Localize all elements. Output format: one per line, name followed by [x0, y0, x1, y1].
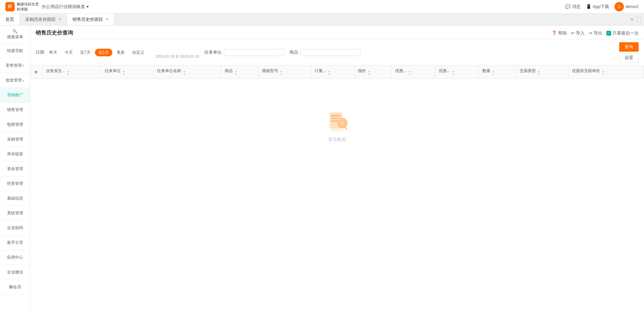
th-unit-code[interactable]: 往来单位 ▲▼ [101, 65, 153, 79]
th-biz-date[interactable]: 业务发生... ▲▼ [42, 65, 101, 79]
tab-purchase-history[interactable]: 采购历史价跟踪 ✕ [20, 13, 67, 25]
tab-close-sales[interactable]: ✕ [106, 17, 109, 21]
sort-icon: ▲▼ [409, 70, 411, 76]
source-unit-label: 往来单位 [204, 49, 222, 55]
sort-icon: ▲▼ [537, 70, 540, 76]
date-range-text: 2023-02-18 至 2023-03-18 [155, 54, 199, 59]
th-no-tax-price[interactable]: 优惠前无税单价 ▲▼ [569, 65, 644, 79]
data-table: ⚙ 业务发生... ▲▼ 往来单位 ▲▼ 往来单位名称 ▲▼ [30, 65, 644, 79]
sidebar-item-system[interactable]: 系统管理 [0, 206, 30, 221]
sidebar-item-retail[interactable]: 零售管理 ▾ [0, 58, 30, 73]
avatar: D [614, 2, 624, 11]
export-icon: ↪ [589, 31, 592, 36]
sort-icon: ▲▼ [368, 70, 371, 76]
sidebar-item-operations[interactable]: 经营管理 [0, 176, 30, 191]
table-header-row: ⚙ 业务发生... ▲▼ 往来单位 ▲▼ 往来单位名称 ▲▼ [30, 65, 644, 79]
goods-input[interactable]: ... [300, 49, 361, 56]
goods-label: 商品 [289, 49, 298, 55]
user-menu[interactable]: D demo2 [614, 2, 639, 11]
empty-state-text: 暂无数据 [328, 137, 346, 143]
sort-icon: ▲▼ [492, 70, 495, 76]
sidebar-item-inventory[interactable]: 库存核算 [0, 147, 30, 162]
sidebar-item-guide[interactable]: 新手引导 [0, 236, 30, 250]
th-quote[interactable]: 报价 ▲▼ [355, 65, 392, 79]
source-unit-input[interactable]: ... [224, 49, 284, 56]
help-icon: ❓ [551, 31, 557, 36]
sidebar-item-wholesale[interactable]: 批发管理 ▴ [0, 73, 30, 88]
th-trade-type[interactable]: 交易类型 ▲▼ [516, 65, 568, 79]
import-icon: ↩ [571, 31, 575, 36]
message-button[interactable]: 💬 消息 [565, 4, 581, 10]
th-unit[interactable]: 计量... ▲▼ [311, 65, 355, 79]
filter-settings-button[interactable]: 设置 [619, 53, 639, 62]
logo-area: 好 畅捷信好生意 标准版 [5, 2, 39, 11]
app-selector[interactable]: 办公用品行业模拟账套 ▾ [42, 4, 89, 10]
tab-fullscreen-button[interactable]: ⛶ [637, 17, 641, 22]
help-button[interactable]: ❓ 帮助 [551, 30, 567, 36]
th-qty[interactable]: 数量 ▲▼ [479, 65, 516, 79]
date-btn-today[interactable]: 今天 [62, 49, 76, 56]
page-header: 销售历史价查询 ❓ 帮助 ↩ 导入 ↪ 导出 ✓ 只看最后一次 [30, 25, 644, 40]
th-settings[interactable]: ⚙ [30, 65, 42, 79]
tab-close-purchase[interactable]: ✕ [58, 17, 61, 21]
sort-icon: ▲▼ [280, 70, 283, 76]
sort-icon: ▲▼ [67, 70, 70, 76]
filter-actions: 查询 设置 [619, 42, 639, 62]
sidebar-item-enterprise[interactable]: 企业协同 [0, 221, 30, 236]
sidebar-item-purchase[interactable]: 采购管理 [0, 132, 30, 147]
main-layout: 🔍 搜索菜单 快捷导航 零售管理 ▾ 批发管理 ▴ 营销推广 销售管理 电商管理 [0, 25, 644, 310]
sidebar-item-search[interactable]: 🔍 搜索菜单 [0, 25, 30, 44]
top-header: 好 畅捷信好生意 标准版 办公用品行业模拟账套 ▾ 💬 消息 📱 App下载 D… [0, 0, 644, 13]
sidebar-item-basic[interactable]: 基础信息 [0, 191, 30, 206]
filter-bar: 日期 昨天 今天 近7天 近1月 更多 自定义 2023-02-18 至 202… [30, 40, 644, 65]
export-button[interactable]: ↪ 导出 [589, 30, 602, 36]
sidebar-item-marketing[interactable]: 营销推广 [0, 88, 30, 103]
sidebar-item-member[interactable]: 畅会员 [0, 280, 30, 295]
sort-icon: ▲▼ [328, 70, 330, 76]
svg-point-0 [330, 128, 344, 132]
date-btn-7days[interactable]: 近7天 [77, 49, 94, 56]
svg-rect-3 [331, 118, 338, 119]
date-btn-1month[interactable]: 近1月 [95, 49, 113, 56]
chevron-up-icon: ▴ [22, 79, 24, 82]
date-btn-yesterday[interactable]: 昨天 [46, 49, 60, 56]
sidebar-item-wechat[interactable]: 企业微信 [0, 265, 30, 280]
tab-home[interactable]: 首页 [0, 13, 20, 25]
date-btn-custom[interactable]: 自定义 [129, 49, 147, 56]
sort-icon: ▲▼ [183, 70, 186, 76]
th-spec[interactable]: 规格型号 ▲▼ [259, 65, 311, 79]
sidebar-item-ecommerce[interactable]: 电商管理 [0, 117, 30, 132]
th-goods[interactable]: 商品 ▲▼ [221, 65, 259, 79]
page-title: 销售历史价查询 [36, 30, 73, 37]
logo-icon: 好 [5, 2, 15, 11]
only-last-checkbox-area[interactable]: ✓ 只看最后一次 [606, 30, 639, 36]
empty-state: 暂无数据 [30, 79, 644, 169]
logo-text: 畅捷信好生意 标准版 [17, 2, 39, 11]
page-header-actions: ❓ 帮助 ↩ 导入 ↪ 导出 ✓ 只看最后一次 [551, 30, 639, 36]
sidebar-item-shortcut[interactable]: 快捷导航 [0, 44, 30, 58]
date-filter-group: 日期 昨天 今天 近7天 近1月 更多 自定义 [36, 49, 147, 56]
sort-icon: ▲▼ [122, 70, 125, 76]
source-unit-filter-group: 往来单位 ... [204, 49, 284, 56]
sidebar-item-finance[interactable]: 资金管理 [0, 162, 30, 176]
sidebar-item-sales[interactable]: 销售管理 [0, 103, 30, 117]
import-button[interactable]: ↩ 导入 [571, 30, 585, 36]
tab-bar-actions: ✕ ⛶ [630, 17, 644, 22]
th-discount1[interactable]: 优惠... ▲▼ [392, 65, 435, 79]
tab-sales-history[interactable]: 销售历史价跟踪 ✕ [67, 13, 114, 25]
only-last-checkbox[interactable]: ✓ [606, 31, 611, 36]
content-area: 销售历史价查询 ❓ 帮助 ↩ 导入 ↪ 导出 ✓ 只看最后一次 [30, 25, 644, 310]
query-button[interactable]: 查询 [619, 42, 639, 52]
app-download-button[interactable]: 📱 App下载 [586, 4, 609, 10]
download-icon: 📱 [586, 4, 591, 9]
message-icon: 💬 [565, 4, 571, 9]
date-btn-more[interactable]: 更多 [114, 49, 128, 56]
goods-filter-group: 商品 ... [289, 49, 361, 56]
th-unit-name[interactable]: 往来单位名称 ▲▼ [154, 65, 221, 79]
tab-close-all-button[interactable]: ✕ [630, 17, 634, 22]
chevron-down-icon: ▾ [87, 4, 89, 9]
sidebar-item-apps[interactable]: 应用中心 [0, 250, 30, 265]
th-discount2[interactable]: 优惠... ▲▼ [435, 65, 479, 79]
chevron-down-icon: ▾ [22, 64, 24, 67]
date-buttons: 昨天 今天 近7天 近1月 更多 自定义 [46, 49, 147, 56]
